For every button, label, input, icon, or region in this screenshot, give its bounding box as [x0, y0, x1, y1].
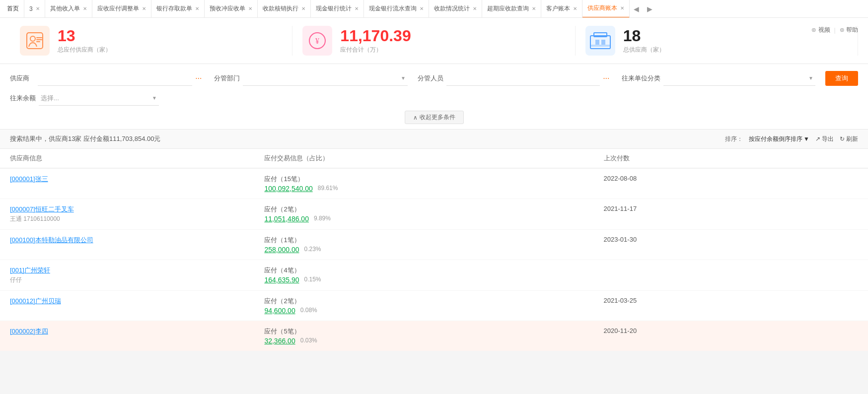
supplier-filter-input[interactable] [38, 71, 192, 86]
supplier-name-link[interactable]: [000001]张三 [10, 175, 264, 184]
transaction-pct: 0.08% [300, 307, 317, 314]
close-icon[interactable]: ✕ [473, 6, 477, 11]
supplier-dots-icon[interactable]: ··· [195, 74, 202, 83]
category-filter-label: 往来单位分类 [622, 74, 660, 83]
export-button[interactable]: ↗ 导出 [815, 135, 834, 143]
help-link[interactable]: ⊙ 帮助 [840, 26, 858, 34]
collapse-button[interactable]: ∧ 收起更多条件 [405, 111, 464, 124]
transaction-label: 应付（2笔） [264, 297, 603, 306]
transaction-amount[interactable]: 100,092,540.00 [264, 185, 312, 193]
nav-tab-collection[interactable]: 收款核销执行 ✕ [258, 0, 311, 18]
table-row: [001]广州荣轩 仔仔 应付（4笔） 164,635.90 0.15% [0, 260, 868, 291]
transaction-cell: 应付（1笔） 258,000.00 0.23% [264, 236, 603, 254]
transaction-amount[interactable]: 94,600.00 [264, 307, 295, 315]
nav-tab-home[interactable]: 首页 [2, 0, 24, 18]
close-icon[interactable]: ✕ [142, 6, 146, 11]
total-suppliers-label: 总供应商（家） [623, 46, 665, 54]
table-row: [000002]李四 应付（5笔） 32,366.00 0.03% 2020-1… [0, 321, 868, 351]
filter-item-supplier: 供应商 ··· [10, 71, 204, 86]
nav-tab-cash-flow[interactable]: 现金银行流水查询 ✕ [364, 0, 429, 18]
suppliers-payable-icon [20, 26, 50, 56]
transaction-pct: 9.89% [314, 215, 331, 222]
supplier-name-link[interactable]: [001]广州荣轩 [10, 266, 264, 275]
transaction-cell: 应付（5笔） 32,366.00 0.03% [264, 327, 603, 345]
nav-tab-overdue[interactable]: 超期应收款查询 ✕ [482, 0, 541, 18]
balance-filter-label: 往来余额 [10, 94, 36, 103]
nav-tab-cash-bank-stats[interactable]: 现金银行统计 ✕ [311, 0, 364, 18]
transaction-label: 应付（15笔） [264, 175, 603, 184]
nav-tab-adjustment[interactable]: 应收应付调整单 ✕ [92, 0, 151, 18]
close-icon[interactable]: ✕ [420, 6, 424, 11]
svg-rect-4 [590, 36, 610, 49]
transaction-amount[interactable]: 11,051,486.00 [264, 215, 309, 223]
nav-tab-supplier-ledger[interactable]: 供应商账本 ✕ [582, 0, 630, 18]
supplier-cell: [000007]恒旺二手叉车 王通 17106110000 [10, 205, 264, 223]
supplier-name-link[interactable]: [000007]恒旺二手叉车 [10, 205, 264, 214]
lastpay-cell: 2023-01-30 [604, 236, 858, 243]
header-supplier: 供应商信息 [10, 154, 264, 163]
balance-filter-select[interactable]: 选择... ▼ [39, 91, 159, 106]
stats-header: 13 总应付供应商（家） ¥ 11,170.39 应付合计（万） [0, 18, 868, 64]
nav-tab-collection-stats[interactable]: 收款情况统计 ✕ [429, 0, 482, 18]
nav-tab-bank-deposit[interactable]: 银行存取款单 ✕ [151, 0, 205, 18]
lastpay-date: 2021-03-25 [604, 297, 637, 304]
video-link[interactable]: ⊙ 视频 [811, 26, 830, 34]
refresh-icon: ↻ [840, 135, 845, 142]
chevron-down-icon: ▼ [152, 95, 157, 101]
close-icon[interactable]: ✕ [248, 6, 252, 11]
lastpay-date: 2022-08-08 [604, 175, 637, 182]
department-filter-select[interactable]: ▼ [243, 71, 408, 86]
nav-tab-other-income[interactable]: 其他收入单 ✕ [45, 0, 92, 18]
search-button[interactable]: 查询 [825, 71, 858, 86]
table-row: [000001]张三 应付（15笔） 100,092,540.00 89.61%… [0, 169, 868, 199]
sort-select[interactable]: 按应付余额倒序排序 ▼ [749, 135, 809, 143]
sort-label: 排序： [725, 135, 743, 143]
result-summary: 搜索结果中，供应商13家 应付金额111,703,854.00元 排序： 按应付… [0, 130, 868, 149]
amount-payable-icon: ¥ [302, 26, 332, 56]
transaction-pct: 0.15% [304, 276, 321, 283]
close-icon[interactable]: ✕ [36, 6, 40, 11]
supplier-name-link[interactable]: [000100]本特勒油品有限公司 [10, 236, 264, 245]
svg-rect-8 [590, 45, 610, 47]
lastpay-cell: 2021-11-17 [604, 205, 858, 212]
data-table: 供应商信息 应付交易信息（占比） 上次付数 [000001]张三 应付（15笔）… [0, 149, 868, 351]
filter-item-balance: 往来余额 选择... ▼ [10, 91, 159, 106]
nav-tab-3[interactable]: 3 ✕ [24, 0, 45, 18]
chevron-down-icon: ▼ [803, 135, 809, 142]
chevron-down-icon: ▼ [808, 75, 813, 81]
nav-tab-prepay[interactable]: 预收冲应收单 ✕ [205, 0, 258, 18]
table-body: [000001]张三 应付（15笔） 100,092,540.00 89.61%… [0, 169, 868, 351]
transaction-amount[interactable]: 258,000.00 [264, 246, 299, 254]
close-icon[interactable]: ✕ [355, 6, 359, 11]
lastpay-date: 2021-11-17 [604, 205, 637, 212]
close-icon[interactable]: ✕ [573, 6, 577, 11]
amount-payable-value: 11,170.39 [340, 28, 411, 44]
person-dots-icon[interactable]: ··· [603, 74, 609, 83]
person-filter-label: 分管人员 [418, 74, 443, 83]
suppliers-payable-value: 13 [58, 28, 111, 44]
person-filter-input[interactable] [446, 71, 600, 86]
refresh-button[interactable]: ↻ 刷新 [840, 135, 858, 143]
close-icon[interactable]: ✕ [83, 6, 87, 11]
transaction-pct: 0.23% [304, 246, 321, 253]
svg-text:¥: ¥ [315, 37, 319, 45]
supplier-name-link[interactable]: [000002]李四 [10, 327, 264, 336]
close-icon[interactable]: ✕ [620, 5, 624, 11]
table-header: 供应商信息 应付交易信息（占比） 上次付数 [0, 149, 868, 169]
nav-prev-arrow[interactable]: ◀ [630, 5, 643, 13]
table-row: [000007]恒旺二手叉车 王通 17106110000 应付（2笔） 11,… [0, 199, 868, 230]
chevron-up-icon: ∧ [413, 114, 418, 121]
close-icon[interactable]: ✕ [301, 6, 305, 11]
supplier-cell: [001]广州荣轩 仔仔 [10, 266, 264, 284]
transaction-amount[interactable]: 164,635.90 [264, 276, 299, 284]
nav-next-arrow[interactable]: ▶ [643, 5, 656, 13]
transaction-cell: 应付（4笔） 164,635.90 0.15% [264, 266, 603, 284]
department-filter-label: 分管部门 [214, 74, 240, 83]
supplier-name-link[interactable]: [000012]广州贝瑞 [10, 297, 264, 306]
stat-block-amount-payable: ¥ 11,170.39 应付合计（万） [292, 26, 575, 56]
category-filter-select[interactable]: ▼ [663, 71, 816, 86]
close-icon[interactable]: ✕ [532, 6, 536, 11]
nav-tab-customer-ledger[interactable]: 客户账本 ✕ [541, 0, 582, 18]
close-icon[interactable]: ✕ [195, 6, 199, 11]
transaction-amount[interactable]: 32,366.00 [264, 337, 295, 345]
